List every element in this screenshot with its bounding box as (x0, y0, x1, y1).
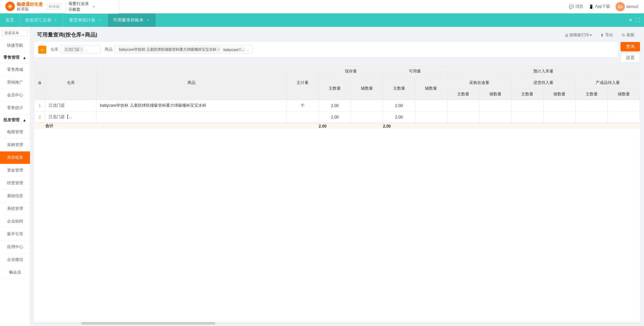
logo-area: 畅捷通好生意 标准版 (5, 2, 43, 12)
horizontal-scrollbar[interactable] (34, 322, 640, 325)
summary-current-main: 2.00 (319, 123, 351, 129)
remove-warehouse-icon[interactable]: × (80, 48, 83, 51)
cell-warehouse: 江北门店 (45, 100, 97, 111)
product-input[interactable]: babycare学饮杯 儿童防摔防撞吸管杯重力球吸嘴杯宝宝水杯 × babyca… (115, 45, 253, 54)
export-btn[interactable]: ⬆ 导出 (598, 31, 616, 39)
sidebar-item-jichu[interactable]: 基础信息 (0, 190, 30, 202)
cell-pp-main (512, 100, 544, 111)
sidebar-item-kucun[interactable]: 库存核算 (0, 151, 30, 164)
sidebar: 快捷导航 零售管理 ▲ 零售商城 营销推广 会员中心 零售统计 批发管理 ▲ 电… (0, 27, 30, 326)
search-input[interactable] (2, 30, 28, 36)
content-area: 可用量查询(按仓库+商品) 🖨 按模板打印 ▾ ⬆ 导出 ↻ 刷新 (30, 27, 644, 326)
cell-avail-aux (415, 111, 447, 123)
pd-aux-header: 辅数量 (608, 89, 640, 100)
purchase-pending-header: 进货待入量 (512, 77, 576, 89)
gear-col-header[interactable]: ⚙ (35, 66, 45, 100)
sidebar-item-lingshounav[interactable]: 零售管理 ▲ (0, 52, 30, 63)
sidebar-item-xitong[interactable]: 系统管理 (0, 202, 30, 215)
refresh-icon: ↻ (622, 33, 625, 38)
tab-keyongliang[interactable]: 可用量库存账本 × (108, 13, 156, 27)
page-title: 可用量查询(按仓库+商品) (37, 32, 97, 39)
sidebar-search-area (0, 27, 30, 39)
row-num: 2 (35, 111, 45, 123)
cell-current-main: 2.00 (319, 111, 351, 123)
tab-home[interactable]: 首页 (0, 13, 20, 27)
app-download-btn[interactable]: 📱 App下载 (589, 4, 610, 9)
print-btn[interactable]: 🖨 按模板打印 ▾ (562, 31, 594, 39)
sidebar-item-lingshoucheng[interactable]: 零售商城 (0, 63, 30, 76)
sidebar-item-jingying[interactable]: 经营管理 (0, 177, 30, 190)
close-icon[interactable]: × (53, 18, 58, 22)
page-header: 可用量查询(按仓库+商品) 🖨 按模板打印 ▾ ⬆ 导出 ↻ 刷新 (30, 27, 644, 42)
current-stock-header: 现存量 (319, 66, 383, 77)
cell-pt-aux (479, 100, 512, 111)
sidebar-item-changhui[interactable]: 畅会员 (0, 266, 30, 279)
row-num: 1 (35, 100, 45, 111)
scrollbar-thumb[interactable] (81, 322, 215, 325)
summary-label: 合计 (45, 123, 97, 129)
summary-row: 合计 2.00 2.00 (35, 123, 640, 129)
close-icon[interactable]: × (97, 18, 102, 22)
tab-spacer (156, 13, 625, 27)
chevron-icon: ▲ (22, 118, 26, 123)
warehouse-filter-group: 仓库 江北门店 × ... (50, 45, 101, 54)
cell-pd-main (576, 111, 608, 123)
close-icon[interactable]: × (146, 18, 150, 22)
top-bar-left: 畅捷通好生意 标准版 标准版 母婴行业演示账套 ▾ (5, 0, 119, 14)
logo-text: 畅捷通好生意 标准版 (17, 2, 43, 12)
refresh-btn[interactable]: ↻ 刷新 (619, 31, 637, 39)
sidebar-item-yingyong[interactable]: 应用中心 (0, 241, 30, 253)
cell-avail-main: 2.00 (383, 111, 415, 123)
page-actions: 🖨 按模板打印 ▾ ⬆ 导出 ↻ 刷新 (562, 31, 637, 39)
warehouse-input[interactable]: 江北门店 × ... (60, 45, 101, 54)
app-logo-icon (5, 2, 15, 11)
user-profile[interactable]: Ea demo2 (615, 2, 639, 11)
sidebar-item-xinshou[interactable]: 新手引导 (0, 228, 30, 241)
export-icon: ⬆ (600, 33, 604, 38)
maximize-icon[interactable]: ⛶ (635, 17, 640, 23)
more-btn[interactable]: ... (85, 48, 88, 52)
close-window-icon[interactable]: ✕ (629, 17, 633, 23)
cell-product (96, 111, 286, 123)
sidebar-item-qiye[interactable]: 企业协同 (0, 215, 30, 228)
avatar: Ea (615, 2, 625, 11)
sidebar-item-yingxiao[interactable]: 营销推广 (0, 76, 30, 89)
tab-yaohuo[interactable]: 要货单统计表 × (64, 13, 108, 27)
sidebar-item-kuaijie[interactable]: 快捷导航 (0, 39, 30, 52)
data-table: ⚙ 仓库 商品 主计量 现存量 可用量 预计入库量 主数量 辅数量 主数量 辅数… (34, 65, 640, 129)
download-icon: 📱 (589, 4, 594, 9)
filter-wrapper: » 仓库 江北门店 × ... 商品 (34, 42, 640, 63)
unit-col-header: 主计量 (286, 66, 319, 100)
cell-unit (286, 111, 319, 123)
cell-pp-aux (543, 100, 576, 111)
cell-current-aux (351, 100, 383, 111)
current-main-header: 主数量 (319, 77, 351, 100)
filter-toggle-btn[interactable]: » (38, 46, 46, 54)
message-btn[interactable]: 💬 消息 (569, 4, 583, 9)
message-icon: 💬 (569, 4, 574, 9)
cell-warehouse: 江北门店【... (45, 111, 97, 123)
cell-pd-aux (608, 111, 640, 123)
cell-pd-main (576, 100, 608, 111)
table-row: 2 江北门店【... 2.00 2.00 (35, 111, 640, 123)
cell-current-aux (351, 111, 383, 123)
sidebar-item-zijin[interactable]: 资金管理 (0, 164, 30, 177)
sidebar-item-weixin[interactable]: 企业微信 (0, 253, 30, 266)
tab-shoufacun[interactable]: 收发存汇总表 × (20, 13, 64, 27)
sidebar-item-pifanav[interactable]: 批发管理 ▲ (0, 114, 30, 126)
product-col-header: 商品 (96, 66, 286, 100)
cell-pt-main (447, 100, 479, 111)
remove-product1-icon[interactable]: × (217, 48, 219, 51)
more-btn[interactable]: ... (247, 48, 250, 52)
summary-avail-main: 2.00 (383, 123, 415, 129)
warehouse-tag: 江北门店 × (63, 47, 84, 52)
store-selector[interactable]: 母婴行业演示账套 ▾ (65, 0, 119, 14)
query-btn[interactable]: 查询 (621, 42, 640, 51)
cell-pt-main (447, 111, 479, 123)
sidebar-item-caigou[interactable]: 采购管理 (0, 139, 30, 151)
sidebar-item-huiyuan[interactable]: 会员中心 (0, 89, 30, 102)
sidebar-item-dianshang[interactable]: 电商管理 (0, 126, 30, 139)
pt-main-header: 主数量 (447, 89, 479, 100)
sidebar-item-lingshoitongji[interactable]: 零售统计 (0, 102, 30, 114)
settings-btn[interactable]: 设置 (621, 53, 640, 63)
